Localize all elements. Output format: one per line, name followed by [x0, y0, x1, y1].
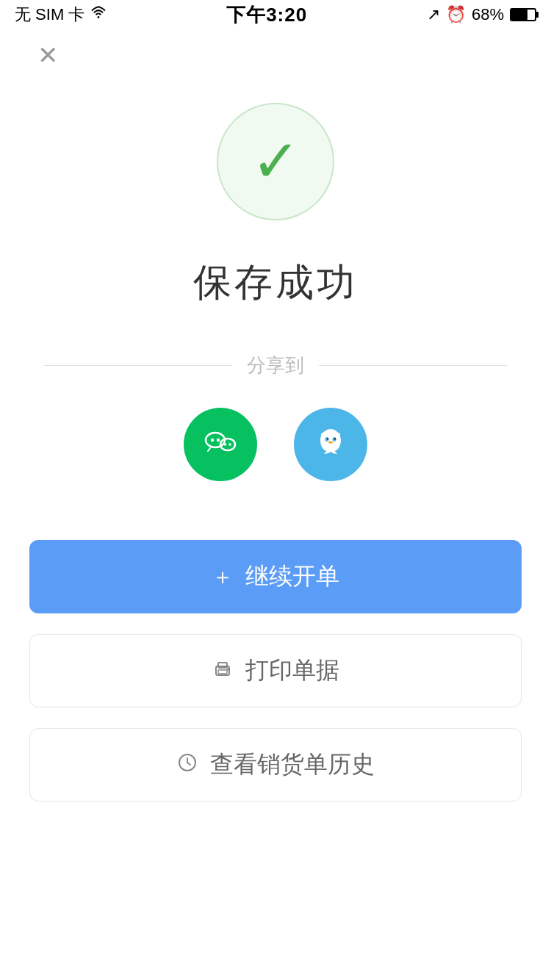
svg-point-12: [334, 438, 336, 439]
alarm-icon: ⏰: [446, 5, 466, 24]
location-icon: ↗: [427, 5, 440, 24]
status-left: 无 SIM 卡: [15, 4, 107, 26]
svg-rect-18: [218, 670, 227, 674]
svg-point-11: [327, 438, 328, 439]
print-label: 打印单据: [245, 655, 339, 687]
qq-share-button[interactable]: [294, 408, 367, 481]
printer-icon: [212, 657, 234, 685]
action-buttons: ＋ 继续开单 打印单据 查看销货单历史: [0, 540, 551, 801]
divider-line-left: [44, 365, 232, 366]
share-divider: 分享到: [0, 353, 551, 378]
battery-icon: [510, 8, 536, 21]
continue-label: 继续开单: [245, 561, 339, 593]
svg-point-0: [98, 16, 100, 18]
success-circle: ✓: [217, 103, 334, 220]
status-time: 下午3:20: [226, 2, 307, 28]
checkmark-icon: ✓: [251, 132, 300, 191]
continue-button[interactable]: ＋ 继续开单: [29, 540, 522, 613]
svg-point-3: [211, 439, 214, 442]
status-right: ↗ ⏰ 68%: [427, 5, 536, 24]
wifi-icon: [90, 4, 107, 25]
wechat-icon: [200, 424, 241, 465]
svg-point-5: [224, 443, 227, 446]
svg-point-6: [228, 443, 231, 446]
svg-point-4: [217, 439, 220, 442]
share-label: 分享到: [232, 353, 319, 378]
wechat-share-button[interactable]: [184, 408, 257, 481]
success-title: 保存成功: [193, 257, 358, 309]
main-content: ✓ 保存成功 分享到: [0, 29, 551, 801]
svg-point-13: [328, 442, 333, 444]
clock-icon: [176, 752, 198, 779]
svg-point-19: [227, 668, 229, 670]
history-button[interactable]: 查看销货单历史: [29, 728, 522, 801]
close-icon: ✕: [37, 40, 58, 70]
plus-icon: ＋: [212, 562, 234, 592]
status-bar: 无 SIM 卡 下午3:20 ↗ ⏰ 68%: [0, 0, 551, 29]
qq-icon: [310, 424, 351, 465]
history-label: 查看销货单历史: [210, 749, 375, 781]
battery-percent: 68%: [472, 5, 504, 24]
sim-status: 无 SIM 卡: [15, 4, 84, 26]
divider-line-right: [319, 365, 507, 366]
print-button[interactable]: 打印单据: [29, 634, 522, 707]
share-icons-row: [184, 408, 367, 481]
close-button[interactable]: ✕: [29, 37, 66, 73]
